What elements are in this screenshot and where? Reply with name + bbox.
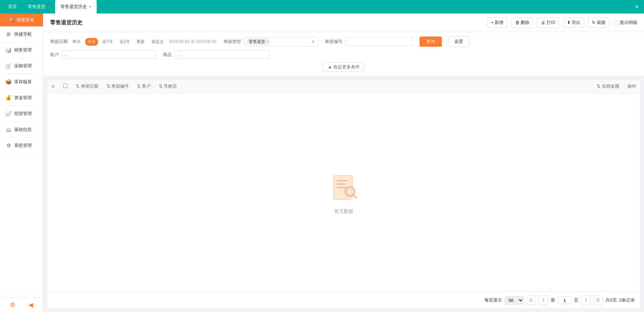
inventory-icon: 📦 <box>5 79 11 85</box>
sidebar-item-sales[interactable]: 📊 销售管理 <box>0 42 43 58</box>
page-size-select[interactable]: 50 10 20 100 <box>505 296 524 305</box>
sidebar-item-quick-nav[interactable]: ⊞ 快捷导航 <box>0 26 43 42</box>
new-button[interactable]: + 新增 <box>487 18 507 28</box>
query-button[interactable]: 查询 <box>420 37 442 47</box>
col-amount-label: ⇅ 实销金额 <box>597 84 619 89</box>
display-toggle[interactable]: 显示明细 <box>614 20 637 26</box>
print-button[interactable]: 🖨 打印 <box>537 18 559 28</box>
col-checkbox <box>59 80 72 93</box>
empty-illustration <box>327 171 361 204</box>
empty-text: 暂无数据 <box>334 208 353 215</box>
customer-filter-label: 客户 <box>50 52 59 58</box>
number-input[interactable] <box>345 38 413 46</box>
col-operation-label: 操作 <box>627 84 636 89</box>
sidebar-item-system-label: 系统管理 <box>14 142 32 149</box>
sidebar-bottom: ⚙ ◀ <box>0 297 43 312</box>
tab-return-history-close[interactable]: × <box>89 4 91 9</box>
top-bar: 首页 零售退货 × 零售退货历史 × × <box>0 0 644 14</box>
tab-bar: 首页 零售退货 × 零售退货历史 × <box>3 0 632 14</box>
sidebar-item-quick-nav-label: 快捷导航 <box>14 31 32 37</box>
number-filter-label: 单据编号 <box>325 39 342 45</box>
quick-nav-icon: ⊞ <box>5 31 11 37</box>
table-container: ⚙ ⇅ 单据日期 ⇅ 单据编号 <box>47 80 641 309</box>
window-close-button[interactable]: × <box>632 3 641 10</box>
svg-line-6 <box>353 195 357 198</box>
page-actions: + 新增 🗑 删除 🖨 打印 ⬆ 导出 ↻ 刷新 显示明细 <box>487 18 637 32</box>
page-number-input[interactable] <box>558 296 571 304</box>
customer-filter: 客户 <box>50 50 156 59</box>
display-toggle-checkbox[interactable] <box>614 20 618 25</box>
date-btn-today[interactable]: 今天 <box>85 38 98 46</box>
setting-button[interactable]: 设置 <box>449 36 469 47</box>
date-btn-custom[interactable]: 自定义 <box>149 38 166 46</box>
select-all-checkbox[interactable] <box>63 84 68 88</box>
filter-row-2: 客户 商品 <box>50 50 637 59</box>
total-info: 共0页, 0条记录 <box>605 297 635 303</box>
date-range-text: 2023-06-02 至 2023-06-02 <box>169 39 216 45</box>
sidebar-item-basic-info[interactable]: 🗂 基础信息 <box>0 122 43 138</box>
first-page-button[interactable]: ⟨⟨ <box>526 295 536 305</box>
page-header: 零售退货历史 + 新增 🗑 删除 🖨 打印 ⬆ 导出 ↻ 刷新 显示明细 <box>43 14 644 32</box>
sidebar-item-operations-label: 经营管理 <box>14 111 32 117</box>
page-go-label: 第 <box>551 297 555 303</box>
prev-page-button[interactable]: ⟨ <box>539 295 548 305</box>
goods-input[interactable] <box>174 50 269 59</box>
date-btn-yesterday[interactable]: 昨天 <box>70 38 83 46</box>
search-icon: 🔍 <box>9 18 15 23</box>
sidebar-item-sales-label: 销售管理 <box>14 47 32 53</box>
tab-return[interactable]: 零售退货 × <box>22 0 55 14</box>
last-page-button[interactable]: ⟩⟩ <box>593 295 603 305</box>
sidebar-item-system[interactable]: ⚙ 系统管理 <box>0 138 43 154</box>
col-customer: ⇅ 客户 <box>133 80 155 93</box>
date-btn-7days[interactable]: 近7天 <box>100 38 115 46</box>
delete-button[interactable]: 🗑 删除 <box>511 18 533 28</box>
sidebar-item-inventory-label: 库存核算 <box>14 79 32 85</box>
type-select[interactable]: 零售退货 × ▼ <box>244 37 318 46</box>
col-customer-label: ⇅ 客户 <box>137 84 151 89</box>
date-filter-label: 单据日期 <box>50 39 68 45</box>
purchase-icon: 🛒 <box>5 63 11 69</box>
sales-icon: 📊 <box>5 47 11 53</box>
col-settings: ⚙ <box>47 80 59 93</box>
col-amount: ⇅ 实销金额 <box>593 80 623 93</box>
sidebar-item-finance[interactable]: 💰 资金管理 <box>0 90 43 106</box>
svg-rect-2 <box>336 183 346 185</box>
content-area: 零售退货历史 + 新增 🗑 删除 🖨 打印 ⬆ 导出 ↻ 刷新 显示明细 单据日… <box>43 14 644 312</box>
svg-point-5 <box>347 189 353 194</box>
number-filter: 单据编号 <box>325 38 413 46</box>
goods-filter: 商品 <box>163 50 269 59</box>
tab-return-history[interactable]: 零售退货历史 × <box>55 0 97 14</box>
sidebar-settings-icon[interactable]: ⚙ <box>10 301 15 309</box>
sidebar: 🔍 搜索菜单 ⊞ 快捷导航 📊 销售管理 🛒 采购管理 📦 库存核算 💰 资金管… <box>0 14 43 312</box>
type-tag-close[interactable]: × <box>266 40 268 44</box>
table-header-row: ⚙ ⇅ 单据日期 ⇅ 单据编号 <box>47 80 640 93</box>
sidebar-item-basic-info-label: 基础信息 <box>14 127 32 133</box>
export-button[interactable]: ⬆ 导出 <box>563 18 585 28</box>
tab-home[interactable]: 首页 <box>3 0 22 14</box>
tab-home-label: 首页 <box>8 4 17 10</box>
date-btn-more[interactable]: 更多 <box>134 38 147 46</box>
basic-info-icon: 🗂 <box>5 127 11 133</box>
sidebar-item-purchase[interactable]: 🛒 采购管理 <box>0 58 43 74</box>
page-title: 零售退货历史 <box>50 19 82 30</box>
refresh-button[interactable]: ↻ 刷新 <box>588 18 610 28</box>
collapse-button[interactable]: ▲ 收起更多条件 <box>323 62 364 72</box>
filter-row-1: 单据日期 昨天 今天 近7天 近1月 更多 自定义 2023-06-02 至 2… <box>50 36 637 47</box>
sidebar-collapse-icon[interactable]: ◀ <box>28 301 33 309</box>
svg-rect-3 <box>336 187 347 188</box>
table-settings-icon[interactable]: ⚙ <box>51 84 55 89</box>
sidebar-item-operations[interactable]: 📈 经营管理 <box>0 106 43 122</box>
page-unit: 页 <box>574 297 578 303</box>
svg-rect-1 <box>336 180 348 181</box>
sidebar-search[interactable]: 🔍 搜索菜单 <box>0 14 43 26</box>
sidebar-item-inventory[interactable]: 📦 库存核算 <box>0 74 43 90</box>
col-number: ⇅ 单据编号 <box>102 80 133 93</box>
display-toggle-label: 显示明细 <box>620 20 637 26</box>
customer-input[interactable] <box>62 50 156 59</box>
next-page-button[interactable]: ⟩ <box>581 295 591 305</box>
col-date-label: ⇅ 单据日期 <box>76 84 98 89</box>
col-number-label: ⇅ 单据编号 <box>106 84 129 89</box>
tab-return-close[interactable]: × <box>47 4 50 9</box>
date-btn-1month[interactable]: 近1月 <box>117 38 133 46</box>
col-date: ⇅ 单据日期 <box>72 80 102 93</box>
